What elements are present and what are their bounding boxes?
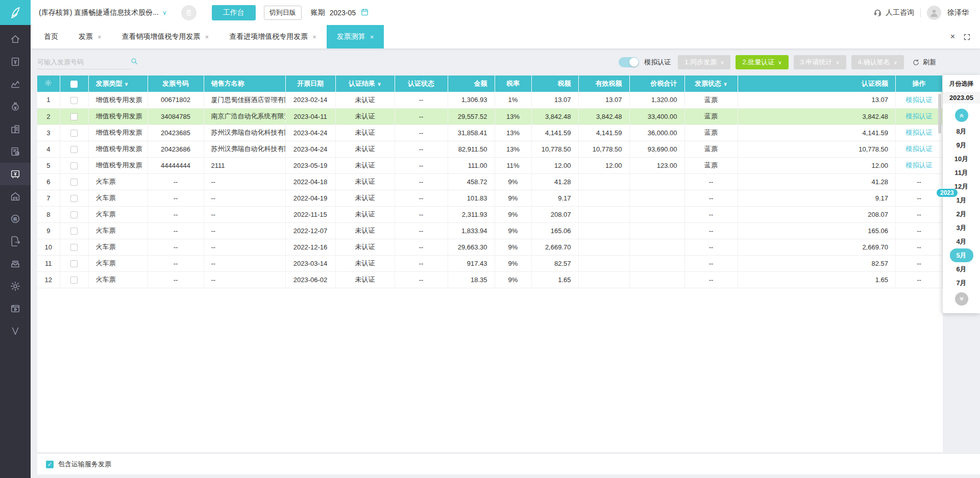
- row-checkbox[interactable]: [70, 146, 78, 153]
- row-checkbox[interactable]: [70, 130, 78, 137]
- scroll-down-button[interactable]: [955, 292, 968, 306]
- table-row[interactable]: 11火车票----2023-03-14未认证--917.439%82.57--8…: [37, 255, 943, 271]
- column-header-发票状态[interactable]: 发票状态∨: [684, 76, 738, 92]
- column-header-税率[interactable]: 税率: [495, 76, 531, 92]
- sidebar-item-report[interactable]: [0, 140, 31, 163]
- sidebar-item-tax[interactable]: 税: [0, 208, 31, 230]
- row-checkbox[interactable]: [70, 244, 78, 251]
- tab-查看销项增值税专用发票[interactable]: 查看销项增值税专用发票×: [112, 25, 219, 48]
- column-header-发票类型[interactable]: 发票类型∨: [88, 76, 148, 92]
- search-input[interactable]: [37, 58, 127, 66]
- sort-chevron-icon[interactable]: ∨: [377, 81, 381, 87]
- table-row[interactable]: 9火车票----2022-12-07未认证--1,833.949%165.06-…: [37, 222, 943, 239]
- column-header-销售方名称[interactable]: 销售方名称: [204, 76, 285, 92]
- column-header-操作[interactable]: 操作: [896, 76, 943, 92]
- column-header-发票号码[interactable]: 发票号码: [148, 76, 204, 92]
- avatar[interactable]: [927, 6, 941, 20]
- transport-invoice-checkbox[interactable]: ✓: [46, 461, 54, 468]
- sidebar-item-archive[interactable]: [0, 253, 31, 275]
- scroll-up-button[interactable]: [955, 109, 968, 122]
- column-header-认证结果[interactable]: 认证结果∨: [335, 76, 395, 92]
- user-name[interactable]: 徐泽华: [947, 8, 969, 17]
- row-checkbox[interactable]: [70, 97, 78, 104]
- action-button-1.同步发票[interactable]: 1.同步发票∨: [678, 55, 730, 69]
- row-checkbox[interactable]: [70, 260, 78, 267]
- action-button-2.批量认证[interactable]: 2.批量认证∨: [736, 55, 788, 69]
- sidebar-item-chart[interactable]: [0, 73, 31, 95]
- tab-发票[interactable]: 发票×: [68, 25, 112, 48]
- sidebar-item-video[interactable]: [0, 297, 31, 320]
- row-checkbox[interactable]: [70, 195, 78, 202]
- month-item-10月[interactable]: 10月: [943, 152, 980, 166]
- support-link[interactable]: 人工咨询: [873, 8, 914, 17]
- simulate-cert-link[interactable]: 模拟认证: [906, 112, 933, 120]
- table-row[interactable]: 4增值税专用发票20423686苏州汉弗瑞自动化科技有限...2023-04-2…: [37, 141, 943, 157]
- month-item-5月[interactable]: 5月: [950, 248, 973, 262]
- month-item-8月[interactable]: 8月: [943, 124, 980, 138]
- column-header-认证状态[interactable]: 认证状态: [395, 76, 448, 92]
- company-selector[interactable]: (库存核算) 直播畅捷通信息技术股份... ∨: [39, 8, 167, 17]
- month-item-9月[interactable]: 9月: [943, 138, 980, 152]
- table-row[interactable]: 2增值税专用发票34084785南京广浩自动化系统有限责...2023-04-1…: [37, 108, 943, 124]
- tab-close-icon[interactable]: ×: [205, 33, 209, 41]
- sidebar-item-v-logo[interactable]: [0, 320, 31, 342]
- column-header-税额[interactable]: 税额: [531, 76, 578, 92]
- simulate-cert-link[interactable]: 模拟认证: [906, 129, 933, 136]
- column-header-开票日期[interactable]: 开票日期: [285, 76, 335, 92]
- table-row[interactable]: 7火车票----2022-04-19未认证--101.839%9.17--9.1…: [37, 190, 943, 206]
- action-button-4.确认签名[interactable]: 4.确认签名∨: [851, 55, 904, 69]
- sidebar-item-settings[interactable]: [0, 275, 31, 297]
- row-checkbox[interactable]: [70, 211, 78, 218]
- simulate-cert-link[interactable]: 模拟认证: [906, 145, 933, 153]
- sort-chevron-icon[interactable]: ∨: [723, 81, 727, 87]
- table-scrollbar[interactable]: [938, 94, 941, 134]
- column-header-认证税额[interactable]: 认证税额: [738, 76, 896, 92]
- tab-close-icon[interactable]: ×: [97, 33, 102, 41]
- row-checkbox[interactable]: [70, 276, 78, 284]
- sidebar-item-doc-export[interactable]: [0, 230, 31, 253]
- month-item-2月[interactable]: 2月: [943, 207, 980, 221]
- table-row[interactable]: 1增值税专用发票00671802厦门思蜀佳丽酒店管理有限...2023-02-1…: [37, 92, 943, 108]
- table-row[interactable]: 6火车票----2022-04-18未认证--458.729%41.28--41…: [37, 173, 943, 190]
- tab-首页[interactable]: 首页: [34, 25, 68, 48]
- announcement-icon[interactable]: [181, 5, 197, 20]
- tab-发票测算[interactable]: 发票测算×: [327, 25, 384, 48]
- column-header-价税合计[interactable]: 价税合计: [629, 76, 684, 92]
- table-row[interactable]: 3增值税专用发票20423685苏州汉弗瑞自动化科技有限...2023-04-2…: [37, 124, 943, 141]
- month-item-4月[interactable]: 4月: [943, 235, 980, 248]
- tab-close-icon[interactable]: ×: [312, 33, 316, 41]
- sidebar-item-company[interactable]: [0, 118, 31, 140]
- simulate-cert-link[interactable]: 模拟认证: [906, 96, 933, 104]
- column-header-金额[interactable]: 金额: [448, 76, 495, 92]
- month-item-6月[interactable]: 6月: [943, 262, 980, 276]
- column-settings-header[interactable]: [37, 76, 60, 92]
- sidebar-item-warehouse[interactable]: [0, 185, 31, 208]
- period-value[interactable]: 2023-05: [330, 9, 356, 17]
- row-checkbox[interactable]: [70, 228, 78, 235]
- month-item-3月[interactable]: 3月: [943, 221, 980, 235]
- simulate-cert-toggle[interactable]: [619, 57, 639, 67]
- table-row[interactable]: 5增值税专用发票4444444421112023-05-19未认证--111.0…: [37, 157, 943, 173]
- sidebar-item-money-bag[interactable]: [0, 95, 31, 118]
- action-button-3.申请统计[interactable]: 3.申请统计∨: [794, 55, 846, 69]
- workbench-button[interactable]: 工作台: [212, 5, 256, 20]
- month-item-11月[interactable]: 11月: [943, 166, 980, 180]
- select-all-checkbox[interactable]: [70, 81, 78, 88]
- search-icon[interactable]: [130, 57, 138, 67]
- sidebar-item-billing[interactable]: [0, 51, 31, 73]
- tab-close-icon[interactable]: ×: [370, 33, 374, 41]
- table-row[interactable]: 12火车票----2023-06-02未认证--18.359%1.65--1.6…: [37, 271, 943, 288]
- tab-查看进项增值税专用发票[interactable]: 查看进项增值税专用发票×: [219, 25, 327, 48]
- row-checkbox[interactable]: [70, 162, 78, 169]
- switch-version-button[interactable]: 切到日版: [264, 6, 302, 20]
- refresh-button[interactable]: 刷新: [912, 58, 936, 67]
- simulate-cert-link[interactable]: 模拟认证: [906, 161, 933, 169]
- sort-chevron-icon[interactable]: ∨: [125, 81, 129, 87]
- table-row[interactable]: 8火车票----2022-11-15未认证--2,311.939%208.07-…: [37, 206, 943, 222]
- table-row[interactable]: 10火车票----2022-12-16未认证--29,663.309%2,669…: [37, 239, 943, 255]
- row-checkbox[interactable]: [70, 179, 78, 186]
- sidebar-item-home[interactable]: [0, 28, 31, 51]
- month-item-7月[interactable]: 7月: [943, 276, 980, 290]
- sidebar-item-invoice[interactable]: [0, 163, 31, 185]
- row-checkbox[interactable]: [70, 113, 78, 120]
